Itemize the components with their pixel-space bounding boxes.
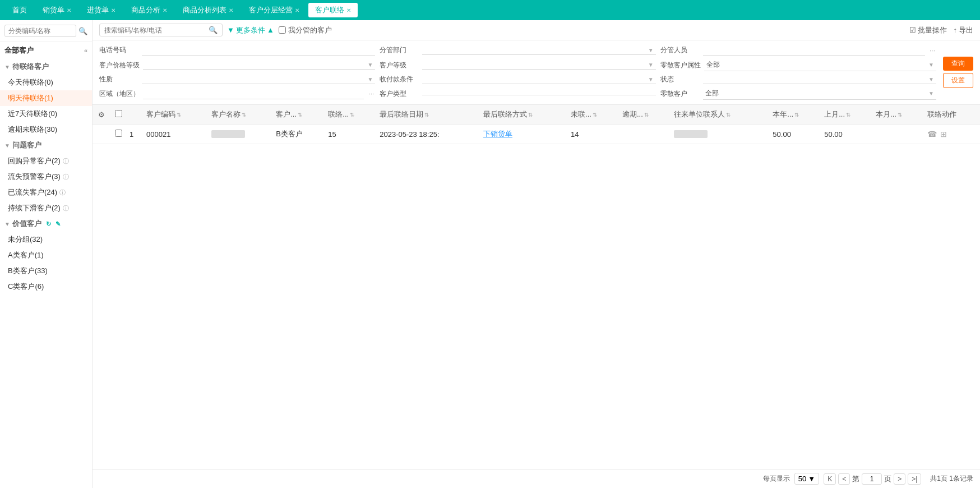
dept-select[interactable]: ▼ [422,46,655,55]
area-dots[interactable]: ··· [367,89,375,99]
th-last-month[interactable]: 上月...⇅ [821,105,872,125]
value-refresh-icon[interactable]: ↻ [46,220,51,228]
retail-attr-arrow: ▼ [928,62,934,68]
settings-button[interactable]: 设置 [943,73,973,88]
sidebar-item-b-class[interactable]: B类客户(33) [0,263,92,279]
sidebar-item-7days[interactable]: 近7天待联络(0) [0,106,92,122]
sidebar-item-tomorrow[interactable]: 明天待联络(1) [0,90,92,106]
area-input[interactable] [143,89,364,99]
info-icon-1: ⓘ [63,157,69,165]
export-btn[interactable]: ↑ 导出 [954,25,974,35]
first-page-btn[interactable]: K [824,473,836,485]
last-page-btn[interactable]: >| [908,473,921,485]
sidebar-search-input[interactable] [4,25,76,37]
sidebar-item-a-class[interactable]: A类客户(1) [0,247,92,263]
more-conditions-btn[interactable]: ▼ 更多条件 ▲ [227,25,274,35]
value-edit-icon[interactable]: ✎ [56,220,61,228]
nav-customer-contact[interactable]: 客户联络 ✕ [308,3,358,17]
sidebar-item-churn-warning[interactable]: 流失预警客户(3) ⓘ [0,169,92,185]
phone-input[interactable] [142,45,375,56]
filter-buttons: 查询 设置 [936,45,973,100]
th-contact-count[interactable]: 联络...⇅ [325,105,376,125]
last-contact-link[interactable]: 下销货单 [483,130,512,138]
sidebar-item-churned[interactable]: 已流失客户(24) ⓘ [0,185,92,200]
payment-select[interactable]: ▼ [422,75,655,84]
td-name-blurred [211,130,245,138]
nav-close-sales[interactable]: ✕ [67,7,71,13]
filter-icon: ▼ [227,26,234,34]
search-input[interactable] [104,26,209,34]
nature-select[interactable]: ▼ [142,75,375,84]
top-navigation: 首页 销货单 ✕ 进货单 ✕ 商品分析 ✕ 商品分析列表 ✕ 客户分层经营 ✕ … [0,0,980,20]
filter-retail-attr: 零散客户属性 全部 ▼ [660,59,936,71]
nav-close-customer-layering[interactable]: ✕ [295,7,299,13]
nav-purchase-order[interactable]: 进货单 ✕ [80,3,122,17]
th-code[interactable]: 客户编码⇅ [143,105,208,125]
retail-customer-arrow: ▼ [928,90,934,96]
sidebar-all-customers[interactable]: 全部客户 « [0,42,92,59]
search-input-wrap: 🔍 [99,24,223,36]
th-this-month[interactable]: 本月...⇅ [872,105,924,125]
sidebar-item-ungrouped[interactable]: 未分组(32) [0,232,92,247]
th-last-contact-method[interactable]: 最后联络方式⇅ [480,105,567,125]
retail-attr-label: 零散客户属性 [660,61,701,70]
sidebar-search-wrap: 🔍 [0,20,92,42]
th-overdue[interactable]: 逾期...⇅ [619,105,671,125]
next-page-btn[interactable]: > [894,473,905,485]
retail-attr-select[interactable]: 全部 ▼ [704,59,936,71]
nav-product-analysis-list[interactable]: 商品分析列表 ✕ [176,3,240,17]
query-button[interactable]: 查询 [943,57,973,71]
th-contact-person[interactable]: 往来单位联系人⇅ [671,105,769,125]
page-input[interactable] [862,473,882,485]
sidebar-item-repurchase-abnormal[interactable]: 回购异常客户(2) ⓘ [0,153,92,169]
my-customers-checkbox[interactable] [279,26,286,34]
nav-close-purchase[interactable]: ✕ [111,7,115,13]
row-checkbox[interactable] [115,130,122,137]
nav-home[interactable]: 首页 [6,3,34,17]
toolbar: 🔍 ▼ 更多条件 ▲ 我分管的客户 ☑ 批量操作 ↑ 导出 [93,20,980,40]
batch-op-btn[interactable]: ☑ 批量操作 [909,25,947,35]
filter-retail-customer: 零散客户 全部 ▼ [660,88,936,100]
sidebar-search-icon[interactable]: 🔍 [78,27,87,35]
status-select[interactable]: ▼ [703,75,936,84]
price-level-select[interactable]: ▼ [143,61,375,70]
th-gear[interactable]: ⚙ [93,105,110,125]
table-footer: 每页显示 50 ▼ K < 第 页 > >| 共1页 1条记录 [93,469,980,488]
retail-customer-select[interactable]: 全部 ▼ [703,88,936,100]
th-no-contact[interactable]: 未联...⇅ [567,105,619,125]
select-all-checkbox[interactable] [115,110,122,117]
sidebar-item-declining[interactable]: 持续下滑客户(2) ⓘ [0,200,92,216]
customer-level-select[interactable]: ▼ [422,61,655,70]
nav-close-customer-contact[interactable]: ✕ [346,7,351,13]
filter-row-2: 客户价格等级 ▼ 客户等级 ▼ [99,59,936,71]
th-last-contact-date[interactable]: 最后联络日期⇅ [376,105,480,125]
sidebar-problem-label: ▼ 问题客户 [0,137,92,153]
customer-table: ⚙ 客户编码⇅ 客户名称⇅ 客户...⇅ 联络...⇅ 最后联络日期⇅ 最后联络… [93,105,980,144]
nav-customer-layering[interactable]: 客户分层经营 ✕ [242,3,306,17]
filter-phone: 电话号码 [99,45,375,56]
sidebar-item-c-class[interactable]: C类客户(6) [0,279,92,294]
th-name[interactable]: 客户名称⇅ [208,105,273,125]
th-this-year[interactable]: 本年...⇅ [769,105,821,125]
action-phone-icon[interactable]: ☎ [927,130,937,139]
sidebar-item-overdue[interactable]: 逾期未联络(30) [0,122,92,137]
page-info: 第 页 [852,473,891,485]
nav-close-product-analysis-list[interactable]: ✕ [229,7,233,13]
sidebar-value-label: ▼ 价值客户 ↻ ✎ [0,216,92,232]
action-grid-icon[interactable]: ⊞ [940,130,947,139]
td-no: 1 [126,125,143,144]
search-icon[interactable]: 🔍 [209,26,218,34]
nav-product-analysis[interactable]: 商品分析 ✕ [124,3,174,17]
manager-input[interactable] [703,45,925,56]
nav-sales-order[interactable]: 销货单 ✕ [36,3,78,17]
payment-label: 收付款条件 [380,75,419,84]
manager-dots[interactable]: ··· [928,45,936,56]
sidebar-item-today[interactable]: 今天待联络(0) [0,75,92,90]
dept-label: 分管部门 [380,45,419,55]
td-this-year: 50.00 [769,125,821,144]
per-page-select[interactable]: 50 ▼ [794,473,819,485]
th-type[interactable]: 客户...⇅ [272,105,325,125]
prev-page-btn[interactable]: < [838,473,850,485]
nav-close-product-analysis[interactable]: ✕ [163,7,167,13]
customer-type-select[interactable] [422,93,655,95]
